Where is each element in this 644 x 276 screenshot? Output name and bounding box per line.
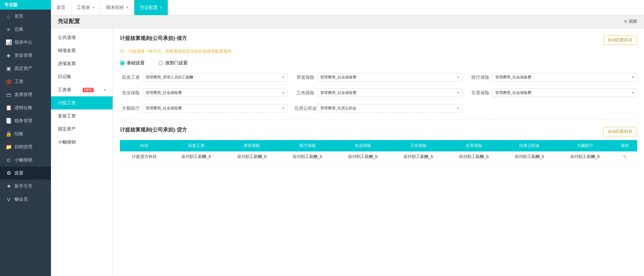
td-medical: 应付职工薪酬_b xyxy=(280,151,335,162)
table-wrap: 科目 应发工资 养老保险 医疗保险 失业保险 工伤保险 生育保险 住房公积金 大… xyxy=(120,140,637,162)
edit-icon[interactable]: ✎ xyxy=(623,154,627,160)
archive-icon: 📁 xyxy=(6,144,12,150)
tab-period-close-close[interactable]: × xyxy=(126,5,128,10)
td-salary: 应付职工薪酬_b xyxy=(169,151,224,162)
sidebar-item-tax[interactable]: 📑 税务管理 xyxy=(0,114,51,127)
left-nav-item-cancel-invoice[interactable]: 销项发票 xyxy=(51,44,113,57)
left-nav-item-journal[interactable]: 日记账 xyxy=(51,70,113,83)
sidebar-item-fixed[interactable]: ▣ 固定资产 xyxy=(0,62,51,75)
sidebar-item-fund[interactable]: ◈ 资金管理 xyxy=(0,49,51,62)
form-select-unemployment[interactable]: 管理费用_社会保险费 ▾ xyxy=(143,88,288,97)
tab-home-label: 首页 xyxy=(56,4,65,11)
form-item-salary: 应发工资 管理费用_管理人员职工薪酬 ▾ xyxy=(120,73,288,82)
form-select-housing[interactable]: 管理费用_住房公积金 ▾ xyxy=(317,104,462,113)
sidebar-item-label: 进销台账 xyxy=(14,105,32,111)
form-label-housing: 住房公积金 xyxy=(294,105,314,112)
sidebar-item-label: 固定资产 xyxy=(14,65,32,72)
auto-match-btn-1[interactable]: 自动匹配科目 xyxy=(603,35,637,45)
left-nav-item-fixed-asset[interactable]: 固定资产 xyxy=(51,123,113,136)
left-nav: 公共选项 销项发票 进项发票 日记账 工资表 NEW ▾ 计提工资 发放工资 xyxy=(51,28,113,276)
sidebar-item-report[interactable]: 📊 报表中心 xyxy=(0,36,51,49)
tab-voucher-config[interactable]: 凭证配置 × xyxy=(134,0,168,15)
table-header-row: 科目 应发工资 养老保险 医疗保险 失业保险 工伤保险 生育保险 住房公积金 大… xyxy=(120,140,637,151)
form-item-housing: 住房公积金 管理费用_住房公积金 ▾ xyxy=(294,104,462,113)
auto-match-btn-2[interactable]: 自动匹配科目 xyxy=(603,127,637,136)
content-wrap: 公共选项 销项发票 进项发票 日记账 工资表 NEW ▾ 计提工资 发放工资 xyxy=(51,28,644,276)
section1-title: 计提核算规则(公司承担)-借方 xyxy=(120,35,187,42)
form-item-injury: 工伤保险 管理费用_社会保险费 ▾ xyxy=(294,88,462,97)
chevron-down-icon: ▾ xyxy=(632,75,634,79)
left-nav-item-public[interactable]: 公共选项 xyxy=(51,31,113,44)
fund-icon: ◈ xyxy=(6,52,12,59)
sidebar-item-invoice[interactable]: 🗃 发票管理 xyxy=(0,88,51,101)
sidebar-item-member[interactable]: V 畅会员 xyxy=(0,193,51,206)
form-select-injury[interactable]: 管理费用_社会保险费 ▾ xyxy=(317,88,462,97)
close-icon: 🔒 xyxy=(6,131,12,137)
left-nav-item-salary-sheet[interactable]: 工资表 NEW ▾ xyxy=(51,83,113,96)
form-select-pension[interactable]: 管理费用_社会保险费 ▾ xyxy=(317,73,462,82)
member-icon: V xyxy=(6,197,12,202)
form-select-salary[interactable]: 管理费用_管理人员职工薪酬 ▾ xyxy=(143,73,288,82)
home-icon: ⌂ xyxy=(6,13,12,19)
left-nav-item-calc-salary[interactable]: 计提工资 xyxy=(51,96,113,109)
chevron-down-icon: ▾ xyxy=(632,91,634,95)
td-subject: 计提贷方科目 xyxy=(120,151,169,162)
left-nav-item-xc-expense[interactable]: 小畅报销 xyxy=(51,136,113,149)
section-divider xyxy=(120,119,637,120)
sidebar-item-label: 首页 xyxy=(14,13,23,19)
form-item-major-medical: 大额医疗 管理费用_社会保险费 ▾ xyxy=(120,104,288,113)
sidebar-item-label: 畅会员 xyxy=(14,196,28,202)
left-nav-item-pay-salary[interactable]: 发放工资 xyxy=(51,109,113,123)
refresh-button[interactable]: ↻ 刷新 xyxy=(624,19,637,24)
th-maternity: 生育保险 xyxy=(446,140,502,151)
form-select-major-medical[interactable]: 管理费用_社会保险费 ▾ xyxy=(143,104,288,113)
sidebar-item-archive[interactable]: 📁 归档管理 xyxy=(0,140,51,153)
section1-note: 注：只能选择一种方式，系统将按照您当前的选择来配置规则 xyxy=(120,49,637,54)
tab-salary-table[interactable]: 工资表 × xyxy=(71,0,101,15)
sidebar-item-salary[interactable]: 💼 工资 xyxy=(0,75,51,88)
salary-icon: 💼 xyxy=(6,78,12,85)
sidebar-item-sales[interactable]: 📋 进销台账 xyxy=(0,101,51,114)
sidebar-item-label: 结账 xyxy=(14,131,23,137)
tab-period-close[interactable]: 期末结转 × xyxy=(101,0,134,15)
form-select-maternity[interactable]: 管理费用_社会保险费 ▾ xyxy=(492,88,637,97)
chevron-down-icon: ▾ xyxy=(457,91,459,95)
sidebar-item-label: 总账 xyxy=(14,26,23,32)
form-select-pension-value: 管理费用_社会保险费 xyxy=(320,75,356,80)
sidebar-item-label: 工资 xyxy=(14,78,23,85)
tab-voucher-config-close[interactable]: × xyxy=(160,5,162,10)
sales-icon: 📋 xyxy=(6,105,12,111)
new-badge: NEW xyxy=(83,88,93,92)
form-label-major-medical: 大额医疗 xyxy=(120,105,140,112)
radio-dept[interactable]: 按部门设置 xyxy=(158,60,188,66)
sidebar-item-xcreport[interactable]: © 小畅报销 xyxy=(0,153,51,167)
sidebar-item-ledger[interactable]: ≡ 总账 xyxy=(0,23,51,36)
sidebar-item-close[interactable]: 🔒 结账 xyxy=(0,127,51,140)
sidebar-item-settings[interactable]: ⚙ 设置 xyxy=(0,167,51,180)
sidebar-item-guide[interactable]: ★ 新手引导 xyxy=(0,180,51,193)
sidebar-item-label: 新手引导 xyxy=(14,183,32,189)
invoice-icon: 🗃 xyxy=(6,92,12,98)
tab-period-close-label: 期末结转 xyxy=(106,4,124,11)
radio-basic[interactable]: 基础设置 xyxy=(120,60,145,66)
tab-home[interactable]: 首页 xyxy=(51,0,71,15)
th-major-medical: 大额医疗 xyxy=(557,140,613,151)
sidebar-item-label: 设置 xyxy=(14,170,23,176)
sidebar-item-label: 资金管理 xyxy=(14,52,32,59)
radio-dept-label: 按部门设置 xyxy=(165,60,188,66)
credit-table: 科目 应发工资 养老保险 医疗保险 失业保险 工伤保险 生育保险 住房公积金 大… xyxy=(120,140,637,162)
sidebar-item-label: 小畅报销 xyxy=(14,157,32,163)
topbar: 首页 工资表 × 期末结转 × 凭证配置 × xyxy=(51,0,644,15)
td-maternity: 应付职工薪酬_b xyxy=(446,151,502,162)
sidebar-item-home[interactable]: ⌂ 首页 xyxy=(0,10,51,23)
tab-salary-table-close[interactable]: × xyxy=(92,5,95,10)
form-select-medical[interactable]: 管理费用_社会保险费 ▾ xyxy=(492,73,637,82)
sidebar-item-label: 归档管理 xyxy=(14,144,32,150)
section1: 计提核算规则(公司承担)-借方 自动匹配科目 注：只能选择一种方式，系统将按照您… xyxy=(120,35,637,113)
xcreport-icon: © xyxy=(6,157,12,163)
td-op[interactable]: ✎ xyxy=(613,151,637,162)
left-nav-item-input-invoice[interactable]: 进项发票 xyxy=(51,57,113,70)
chevron-down-icon: ▾ xyxy=(282,75,284,79)
form-item-empty xyxy=(469,104,637,113)
form-label-unemployment: 失业保险 xyxy=(120,90,140,96)
